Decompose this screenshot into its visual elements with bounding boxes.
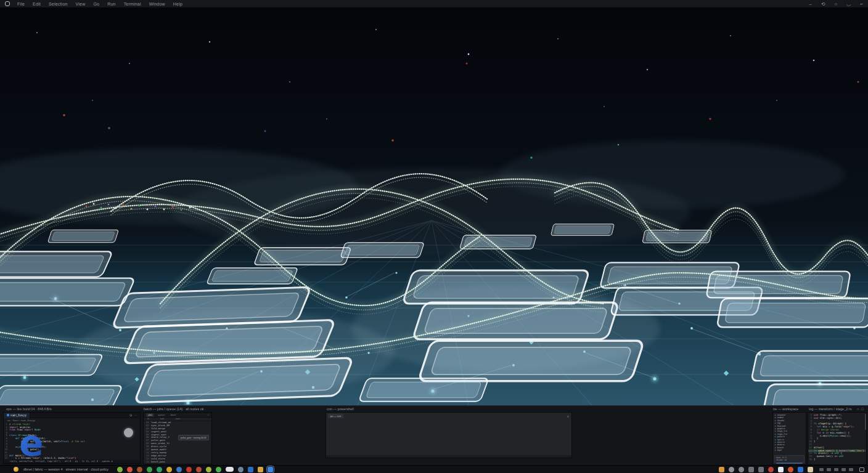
taskbar-app-icon[interactable] [166,467,172,472]
breadcrumb[interactable]: src › flows › main_flow.py [4,418,140,422]
codeview-title-icons: ○□ [857,407,867,411]
progress-bar [776,463,803,464]
svg-text:e: e [19,427,43,463]
explorer-panel[interactable]: ▸ streams/ ▸ nodes/ ▸ shards/ ▸ cfg/ ▸ f… [772,412,806,465]
codeview-lines[interactable]: 1 use flow::graph::*; 2 use std::sync::A… [808,414,864,461]
window-control-icon[interactable]: ⟲ [821,0,825,8]
app-logo-icon[interactable] [5,1,10,6]
menu-item[interactable]: Go [93,2,99,6]
start-button-icon[interactable] [14,467,18,472]
column-header[interactable]: state [175,418,180,421]
editor-window-title: ops — live build 04 · 846 KB/s [6,407,52,411]
editor-action-icon[interactable]: ⧉ [129,413,132,418]
taskbar-label: dbnet | fabric — session 4 · stream inte… [23,467,108,471]
cursor-blob [124,428,133,437]
menu-item[interactable]: Help [173,2,182,6]
editor-tab-bar: main_flow.py ⧉⋯ [4,413,140,418]
taskbar-app-icon[interactable] [147,467,152,472]
tray-icon[interactable] [849,468,853,471]
taskbar-app-icon[interactable] [206,467,211,472]
code-text: queue.len() as u32 [814,455,843,458]
filelist-tab[interactable]: jobs [146,413,154,417]
tree-item[interactable]: ▸ logs/ [773,449,806,451]
window-control-icon[interactable]: ⌐ [860,0,863,8]
row-label: bench_pass [151,461,165,464]
menu-item[interactable]: Edit [33,2,41,6]
menu-item[interactable]: View [76,2,86,6]
taskbar-app-icon[interactable] [248,467,253,472]
codeview-window[interactable]: 1 use flow::graph::*; 2 use std::sync::A… [808,412,867,465]
window-control-icon[interactable]: – [809,0,811,8]
taskbar-app-icon[interactable] [127,467,133,472]
taskbar-right-apps [719,467,813,472]
menu-item[interactable]: File [17,2,25,6]
editor-action-icon[interactable]: ⋯ [134,413,137,418]
taskbar-app-icon[interactable] [768,467,774,472]
line-number: 16 [808,458,814,461]
terminal-window[interactable]: ps — run ≡ [326,412,572,458]
taskbar-app-icon[interactable] [758,467,764,472]
system-tray [819,468,853,471]
terminal-menu-icon[interactable]: ≡ [567,414,569,418]
terminal-footer [326,455,571,458]
terminal-line [330,425,565,429]
taskbar-app-icon[interactable] [808,467,813,472]
tray-icon[interactable] [819,468,824,471]
taskbar-app-icon[interactable] [238,467,244,472]
menu-item[interactable]: Run [107,2,115,6]
list-item[interactable]: 14 bench_pass [144,461,211,464]
taskbar-app-icon[interactable] [157,467,162,472]
tray-icon[interactable] [841,468,846,471]
taskbar-app-icon[interactable] [778,467,784,472]
explorer-footer: main · 4↑ 2↓ 14 jobs · ok [774,455,805,463]
filelist-rows[interactable]: 01 load_stream_a4 02 sync_block_09 03 fo… [144,421,211,463]
filelist-window[interactable]: jobsqueuedone ⌕ idtaskstate 01 load_stre… [143,412,212,464]
scrollbar[interactable] [865,414,866,430]
code-text: } [814,458,815,461]
file-icon: ▸ [775,449,776,451]
terminal-window-title: con — powershell [327,407,354,411]
job-tooltip: pulse_gate · running 00:42 [178,435,209,440]
taskbar-app-icon[interactable] [739,467,744,472]
search-icon[interactable]: ⌕ [207,413,209,416]
taskbar-app-icon[interactable] [226,467,234,472]
terminal-output[interactable] [330,421,565,429]
code-text: use std::sync::Arc; [814,417,842,420]
taskbar-app-icon[interactable] [117,467,123,472]
taskbar-app-icon[interactable] [268,467,273,472]
editor-active-tab[interactable]: main_flow.py [4,413,30,418]
taskbar-app-icon[interactable] [719,467,724,472]
filelist-tab[interactable]: queue [156,413,166,417]
taskbar-app-icon[interactable] [196,467,202,472]
tray-icon[interactable] [834,468,838,471]
taskbar-app-icon[interactable] [137,467,142,472]
taskbar-app-icon[interactable] [798,467,803,472]
taskbar-app-icon[interactable] [729,467,734,472]
menu-items: FileEditSelectionViewGoRunTerminalWindow… [17,2,190,6]
menu-item[interactable]: Selection [49,2,68,6]
terminal-tab[interactable]: ps — run [328,414,343,418]
code-line: 16 } [808,458,864,461]
taskbar-app-icon[interactable] [176,467,182,472]
codeview-title-icon[interactable]: ○ [857,407,859,411]
window-control-icon[interactable]: ◡ [846,0,851,8]
menu-item[interactable]: Window [149,2,165,6]
menu-bar: FileEditSelectionViewGoRunTerminalWindow… [0,0,868,8]
tray-icon[interactable] [827,468,831,471]
terminal-line [330,421,565,425]
show-desktop-icon[interactable] [859,467,864,472]
taskbar-app-icon[interactable] [748,467,754,472]
menu-item[interactable]: Terminal [124,2,141,6]
filelist-tab[interactable]: done [168,413,178,417]
windows-strip: ops — live build 04 · 846 KB/s main_flow… [0,405,868,465]
taskbar-app-icon[interactable] [216,467,221,472]
window-control-icon[interactable]: ○ [835,0,838,8]
taskbar-app-icon[interactable] [788,467,793,472]
explorer-rows[interactable]: ▸ streams/ ▸ nodes/ ▸ shards/ ▸ cfg/ ▸ f… [773,413,806,451]
codeview-title-icon[interactable]: □ [861,407,863,411]
desktop-wallpaper [0,8,868,405]
edge-logo[interactable]: e [12,427,51,463]
editor-tab-label: main_flow.py [10,414,27,417]
taskbar-app-icon[interactable] [186,467,192,472]
taskbar-app-icon[interactable] [258,467,263,472]
